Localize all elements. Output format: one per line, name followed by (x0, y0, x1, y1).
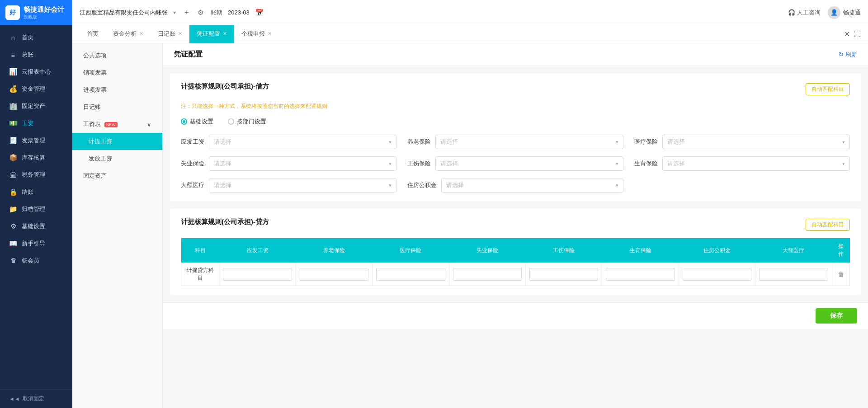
td-injury[interactable] (525, 263, 602, 286)
refresh-btn[interactable]: ↻ 刷新 (839, 51, 857, 59)
sidebar-item-archive[interactable]: 📁 归档管理 (0, 201, 72, 218)
sidebar-item-member[interactable]: ♛ 畅会员 (0, 252, 72, 269)
expand-icon: ∨ (147, 121, 151, 128)
sidebar-item-home[interactable]: ⌂ 首页 (0, 29, 72, 46)
unemploy-select[interactable]: 请选择 ▾ (209, 156, 396, 171)
tab-journal-close[interactable]: ✕ (178, 31, 182, 37)
save-button[interactable]: 保存 (816, 308, 857, 324)
nav-pay-salary-label: 发放工资 (89, 155, 112, 163)
large-medical-select[interactable]: 请选择 ▾ (209, 178, 396, 192)
td-birth[interactable] (602, 263, 679, 286)
pension-select[interactable]: 请选择 ▾ (435, 135, 623, 149)
td-large-medical[interactable] (755, 263, 832, 286)
input-pension[interactable] (300, 268, 368, 281)
injury-select[interactable]: 请选择 ▾ (435, 156, 623, 171)
sidebar-item-report[interactable]: 📊 云报表中心 (0, 63, 72, 80)
company-name[interactable]: 江西服宝精品有限责任公司内账张 (80, 9, 168, 17)
apply-salary-select[interactable]: 请选择 ▾ (209, 135, 396, 149)
save-bar: 保存 (163, 302, 868, 329)
input-apply-salary[interactable] (223, 268, 292, 281)
birth-select[interactable]: 请选择 ▾ (662, 156, 850, 171)
calendar-icon[interactable]: 📅 (255, 9, 264, 17)
sidebar-item-guide[interactable]: 📖 新手引导 (0, 235, 72, 252)
td-medical[interactable] (373, 263, 449, 286)
tab-journal-label: 日记账 (158, 30, 175, 38)
td-pension[interactable] (296, 263, 372, 286)
maximize-btn[interactable]: ⛶ (854, 30, 861, 38)
period-value[interactable]: 2023-03 (228, 9, 250, 16)
ledger-icon: ≡ (9, 51, 17, 59)
debit-section-header: 计提核算规则(公司承担)-借方 自动匹配科目 (181, 82, 850, 96)
nav-calc-salary[interactable]: 计提工资 (72, 133, 162, 150)
tax-icon: 🏛 (9, 171, 17, 179)
debit-form: 应发工资 请选择 ▾ 养老保险 请选择 ▾ (181, 135, 850, 192)
birth-label: 生育保险 (634, 159, 658, 168)
nav-pay-salary[interactable]: 发放工资 (72, 150, 162, 167)
input-unemploy[interactable] (453, 268, 522, 281)
sidebar-item-stock[interactable]: 📦 库存核算 (0, 149, 72, 166)
injury-label: 工伤保险 (407, 159, 431, 168)
sidebar-item-salary[interactable]: 💵 工资 (0, 115, 72, 132)
tab-capital[interactable]: 资金分析 ✕ (106, 25, 151, 43)
apply-salary-placeholder: 请选择 (214, 138, 231, 146)
tab-tax-close[interactable]: ✕ (268, 31, 272, 37)
report-icon: 📊 (9, 68, 17, 76)
sidebar-item-settings[interactable]: ⚙ 基础设置 (0, 218, 72, 235)
td-unemploy[interactable] (449, 263, 525, 286)
tab-voucher-close[interactable]: ✕ (223, 31, 227, 37)
credit-auto-match-btn[interactable]: 自动匹配科目 (806, 219, 850, 231)
credit-table: 科目 应发工资 养老保险 医疗保险 失业保险 工伤保险 生育保险 住房公积金 大… (181, 238, 850, 286)
sidebar-item-capital[interactable]: 💰 资金管理 (0, 80, 72, 98)
sidebar-item-fixed[interactable]: 🏢 固定资产 (0, 98, 72, 115)
nav-public[interactable]: 公共选项 (72, 47, 162, 64)
sidebar-item-invoice[interactable]: 🧾 发票管理 (0, 132, 72, 149)
radio-basic[interactable]: 基础设置 (181, 117, 213, 126)
sidebar-item-ledger[interactable]: ≡ 总账 (0, 46, 72, 63)
medical-select[interactable]: 请选择 ▾ (662, 135, 850, 149)
tab-tax[interactable]: 个税申报 ✕ (234, 25, 279, 43)
guide-icon: 📖 (9, 239, 17, 248)
add-company-btn[interactable]: ＋ (181, 8, 192, 17)
large-medical-arrow: ▾ (389, 183, 392, 188)
input-large-medical[interactable] (759, 268, 828, 281)
tab-voucher[interactable]: 凭证配置 ✕ (189, 25, 234, 43)
td-apply-salary[interactable] (219, 263, 296, 286)
home-icon: ⌂ (9, 34, 17, 42)
input-housing[interactable] (683, 268, 751, 281)
td-housing[interactable] (679, 263, 755, 286)
content-area: 公共选项 销项发票 进项发票 日记账 工资表 NEW ∨ 计提工资 发放工资 (72, 43, 868, 408)
input-injury[interactable] (529, 268, 598, 281)
service-btn[interactable]: 🎧 人工咨询 (788, 9, 821, 17)
company-dropdown-icon[interactable]: ▾ (173, 9, 176, 16)
housing-select[interactable]: 请选择 ▾ (441, 178, 623, 192)
input-birth[interactable] (606, 268, 675, 281)
nav-purchase[interactable]: 进项发票 (72, 81, 162, 98)
input-medical[interactable] (376, 268, 445, 281)
radio-dept[interactable]: 按部门设置 (228, 117, 266, 126)
delete-btn[interactable]: 🗑 (838, 271, 844, 278)
tab-journal[interactable]: 日记账 ✕ (151, 25, 189, 43)
sidebar-item-close[interactable]: 🔒 结账 (0, 183, 72, 201)
topbar: 江西服宝精品有限责任公司内账张 ▾ ＋ ⚙ 账期 2023-03 📅 🎧 人工咨… (72, 0, 868, 25)
tab-capital-close[interactable]: ✕ (139, 31, 143, 37)
unemploy-label: 失业保险 (181, 159, 204, 168)
tab-home[interactable]: 首页 (80, 25, 106, 43)
nav-calc-salary-label: 计提工资 (89, 137, 112, 145)
nav-fixed[interactable]: 固定资产 (72, 167, 162, 184)
td-delete[interactable]: 🗑 (832, 263, 849, 286)
pin-label: 取消固定 (23, 395, 44, 403)
nav-salary-table[interactable]: 工资表 NEW ∨ (72, 116, 162, 133)
debit-auto-match-btn[interactable]: 自动匹配科目 (806, 83, 850, 95)
settings-btn[interactable]: ⚙ (198, 9, 203, 17)
app-version: 旗舰版 (24, 14, 64, 20)
sidebar-item-settings-label: 基础设置 (22, 222, 45, 230)
user-menu[interactable]: 👤 畅捷通 (828, 6, 861, 19)
sidebar-item-salary-label: 工资 (22, 119, 33, 127)
td-label: 计提贷方科目 (181, 263, 219, 286)
nav-sales[interactable]: 销项发票 (72, 64, 162, 81)
close-tab-btn[interactable]: ✕ (844, 30, 850, 38)
nav-journal[interactable]: 日记账 (72, 98, 162, 116)
tab-tax-label: 个税申报 (241, 30, 265, 38)
sidebar-pin-toggle[interactable]: ◄◄ 取消固定 (0, 389, 72, 408)
sidebar-item-tax[interactable]: 🏛 税务管理 (0, 166, 72, 183)
